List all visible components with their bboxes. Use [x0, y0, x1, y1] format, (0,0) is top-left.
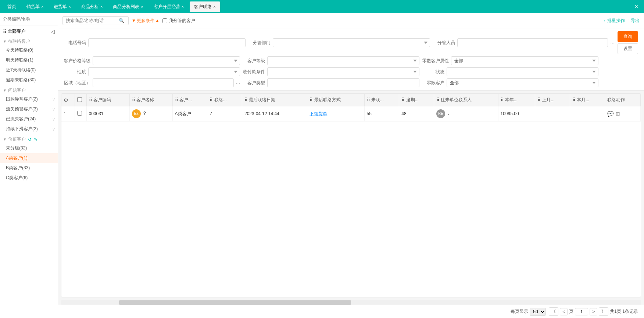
contact-person-avatar: RE — [436, 109, 445, 118]
col-last-contact-date: ⠿ 最后联络日期 — [242, 94, 307, 106]
sidebar-item-ungrouped[interactable]: 未分组(32) — [0, 143, 58, 153]
sidebar-item-declining[interactable]: 持续下滑客户(2) ? — [0, 124, 58, 134]
close-product-analysis-tab[interactable]: × — [100, 4, 103, 9]
help-icon-lost: ? — [53, 117, 55, 121]
edit-groups-icon[interactable]: ✎ — [34, 137, 37, 142]
refresh-icon[interactable]: ↺ — [28, 137, 32, 142]
more-filters-button[interactable]: ▼ 更多条件 ▲ — [132, 18, 160, 24]
row-contact-count: 7 — [207, 106, 242, 121]
retail-attr-select[interactable]: 全部 — [451, 56, 598, 65]
nav-sales[interactable]: 销货单 × — [22, 1, 48, 12]
sidebar-all-customers-header: ⠿ 全部客户 ◁ — [0, 25, 58, 36]
export-button[interactable]: ↑ 导出 — [628, 18, 640, 24]
filter-field-region: 区域（地区） ··· — [64, 78, 240, 87]
col-customer-category: ⠿ 客户... — [172, 94, 207, 106]
close-customer-segment-tab[interactable]: × — [182, 4, 184, 9]
sidebar-item-abnormal[interactable]: 囤购异常客户(2) ? — [0, 94, 58, 104]
close-purchase-tab[interactable]: × — [68, 4, 71, 9]
filter-row-4: 区域（地区） ··· 客户类型 零散客户 全部 — [64, 78, 638, 87]
sidebar-item-loss-warning[interactable]: 流失预警客户(3) ? — [0, 104, 58, 114]
manager-input[interactable] — [457, 38, 608, 47]
qr-action-icon[interactable]: ⊞ — [616, 111, 620, 117]
sidebar-group-waiting[interactable]: ▼ 待联络客户 — [0, 36, 58, 45]
col-gear: ⚙ — [61, 94, 75, 106]
close-sales-tab[interactable]: × — [41, 4, 43, 9]
search-input[interactable] — [66, 18, 117, 23]
col-last-month: ⠿ 上月... — [535, 94, 570, 106]
region-more-icon[interactable]: ··· — [236, 80, 240, 86]
payment-select[interactable] — [267, 67, 419, 76]
help-icon-declining: ? — [53, 127, 55, 131]
row-not-contacted: 55 — [364, 106, 399, 121]
prev-page-button[interactable]: < — [560, 308, 568, 315]
price-level-select[interactable] — [93, 56, 240, 65]
sidebar-group-value[interactable]: ▼ 价值客户 ↺ ✎ — [0, 134, 58, 143]
nav-customer-contact[interactable]: 客户联络 × — [190, 1, 220, 12]
region-input[interactable] — [93, 78, 234, 87]
row-index: 1 — [61, 106, 75, 121]
my-customer-checkbox[interactable] — [162, 18, 167, 23]
data-table-container: ⚙ ⠿ 客户编码 ⠿ 客户名称 — [61, 93, 641, 297]
row-name: Ea Ea? — [129, 106, 172, 121]
nav-product-analysis-list[interactable]: 商品分析列表 × — [108, 1, 147, 12]
close-customer-contact-tab[interactable]: × — [213, 4, 215, 9]
query-button[interactable]: 查询 — [618, 31, 638, 42]
sidebar-item-7days-contact[interactable]: 近7天待联络(0) — [0, 65, 58, 75]
table-footer: 每页显示 50 《 < 页 > 》 共1页 1条记录 — [58, 305, 644, 318]
search-icon[interactable]: 🔍 — [119, 18, 124, 23]
nature-select[interactable] — [88, 67, 240, 76]
settings-button[interactable]: 设置 — [618, 43, 638, 54]
manager-more-icon[interactable]: ··· — [610, 40, 615, 46]
col-customer-code: ⠿ 客户编码 — [86, 94, 129, 106]
customer-level-select[interactable] — [267, 56, 419, 65]
page-number-input[interactable] — [575, 308, 588, 315]
scrollbar-thumb[interactable] — [119, 300, 351, 305]
sidebar-item-today-contact[interactable]: 今天待联络(0) — [0, 45, 58, 55]
nav-product-analysis[interactable]: 商品分析 × — [77, 1, 107, 12]
horizontal-scrollbar[interactable] — [61, 300, 641, 305]
col-contact-person: ⠿ 往来单位联系人 — [434, 94, 498, 106]
help-icon-abnormal: ? — [53, 97, 55, 102]
phone-input[interactable] — [88, 38, 246, 47]
col-actions: 联络动作 — [605, 94, 640, 106]
next-page-button[interactable]: > — [590, 308, 597, 315]
customer-type-input[interactable] — [267, 78, 419, 87]
message-action-icon[interactable]: 💬 — [607, 111, 613, 117]
sidebar-item-overdue-contact[interactable]: 逾期未联络(30) — [0, 75, 58, 85]
retail-customer-select[interactable]: 全部 — [447, 78, 598, 87]
last-contact-method-link[interactable]: 下销货单 — [310, 111, 327, 116]
batch-operations-button[interactable]: ☑ 批量操作 — [602, 18, 625, 24]
sidebar-item-lost[interactable]: 已流失客户(24) ? — [0, 114, 58, 124]
sidebar-item-b-class[interactable]: B类客户(33) — [0, 163, 58, 173]
sidebar-collapse-icon[interactable]: ◁ — [51, 29, 55, 35]
first-page-button[interactable]: 《 — [549, 307, 558, 316]
sidebar-item-a-class[interactable]: A类客户(1) — [0, 153, 58, 163]
sidebar-search-container: 🔍 — [0, 13, 58, 25]
filter-row-1: 电话号码 分管部门 分管人员 ··· 查询 设置 — [64, 31, 638, 54]
row-last-contact-method: 下销货单 — [307, 106, 364, 121]
select-all-checkbox[interactable] — [77, 97, 82, 102]
nav-home[interactable]: 首页 — [3, 1, 21, 12]
action-buttons: 查询 设置 — [618, 31, 638, 54]
last-page-button[interactable]: 》 — [599, 307, 608, 316]
sidebar-item-c-class[interactable]: C类客户(6) — [0, 173, 58, 183]
dept-select[interactable] — [273, 38, 430, 47]
row-checkbox[interactable] — [77, 111, 82, 116]
nav-customer-segment[interactable]: 客户分层经营 × — [149, 1, 188, 12]
sidebar-item-tomorrow-contact[interactable]: 明天待联络(1) — [0, 55, 58, 65]
sidebar-search-input[interactable] — [3, 17, 58, 22]
column-settings-icon[interactable]: ⚙ — [64, 97, 68, 103]
row-last-month — [535, 106, 570, 121]
nav-purchase[interactable]: 进货单 × — [49, 1, 75, 12]
status-select[interactable] — [447, 67, 598, 76]
filter-field-nature: 性质 — [64, 67, 240, 76]
close-product-list-tab[interactable]: × — [141, 4, 143, 9]
filter-field-dept: 分管部门 — [248, 38, 430, 47]
window-close-button[interactable]: × — [632, 2, 641, 11]
sidebar-all-customers-label[interactable]: ⠿ 全部客户 — [3, 28, 25, 35]
my-customer-checkbox-container[interactable]: 我分管的客户 — [162, 18, 195, 24]
filter-bar: 🔍 ▼ 更多条件 ▲ 我分管的客户 ☑ 批量操作 ↑ 导出 — [58, 13, 644, 28]
per-page-select[interactable]: 50 — [530, 308, 546, 316]
sidebar-group-problem[interactable]: ▼ 问题客户 — [0, 85, 58, 94]
table-row: 1 000031 Ea Ea? A类客户 7 2023-04-12 14:44: — [61, 106, 641, 121]
